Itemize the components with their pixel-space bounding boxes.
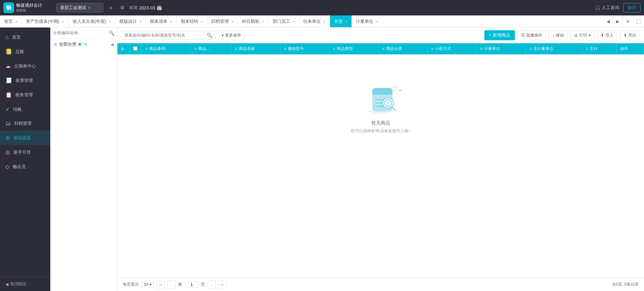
sidebar-label-8: 新手引导 [13,149,31,155]
sidebar-item-畅会员[interactable]: ◇畅会员 [0,159,50,174]
th-price-method-label: 计价方式 [435,46,451,52]
sidebar-item-结账[interactable]: ✓结账 [0,102,50,116]
category-search-input[interactable] [53,31,109,35]
collapse-panel-icon[interactable]: ◀ [110,42,114,47]
tab-close-all-button[interactable]: ✕ [623,15,633,27]
select-all-checkbox[interactable] [133,46,138,51]
product-search-icon[interactable]: 🔍 [207,33,212,38]
tab-item-2[interactable]: 收入支出表(年报)× [69,15,115,27]
page-number-input[interactable] [185,281,198,288]
tab-item-7[interactable]: 科目期初× [238,15,268,27]
sidebar-item-发票管理[interactable]: 🧾发票管理 [0,73,50,88]
tab-scroll-right-button[interactable]: ▶ [613,15,623,27]
settings-gear-icon[interactable]: ⚙ [118,4,126,11]
sidebar-item-云报表中心[interactable]: ☁云报表中心 [0,59,50,73]
sidebar-item-基础设置[interactable]: ⚙基础设置 [0,131,50,145]
tab-item-9[interactable]: 往来单位× [299,15,330,27]
tab-item-0[interactable]: 首页× [0,15,22,27]
prev-page-button[interactable]: ‹ [167,281,175,289]
tab-item-1[interactable]: 资产负债表(中期)× [22,15,68,27]
page-label: 第 [178,282,182,287]
add-product-button[interactable]: + 新增商品 [484,30,515,40]
sidebar-item-归档管理[interactable]: 🗂归档管理 [0,116,50,131]
per-page-select[interactable]: 50 ▾ [142,281,154,288]
tab-close-0[interactable]: × [15,19,17,23]
tab-close-4[interactable]: × [170,19,172,23]
th-main-unit[interactable]: ⇅主计量单位 [526,43,582,54]
print-button[interactable]: 🖨 打印 ▾ [570,31,594,40]
th-checkbox[interactable] [129,43,142,54]
export-icon: ⬇ [624,33,627,38]
tab-item-11[interactable]: 计量单位× [352,15,382,27]
th-name[interactable]: ⇅商品名称 [231,43,280,54]
next-page-button[interactable]: › [208,281,216,289]
tab-item-3[interactable]: 模版设计× [115,15,146,27]
th-name-label: 商品名称 [239,46,255,52]
th-main-calc-label: 主计 [590,46,598,52]
th-spec[interactable]: ⇅规格型号 [280,43,329,54]
customer-service-button[interactable]: 🎧 人工咨询 [595,5,619,11]
tab-close-3[interactable]: × [140,19,142,23]
sidebar-label-0: 首页 [12,34,21,40]
sidebar-item-新手引导[interactable]: ◎新手引导 [0,145,50,159]
tab-close-10[interactable]: × [345,19,347,23]
th-unit[interactable]: ⇅计量单位 [477,43,526,54]
tab-close-6[interactable]: × [231,19,233,23]
th-barcode[interactable]: ⇅商品条码 [142,43,191,54]
tab-item-10[interactable]: 存货× [330,15,352,27]
add-tab-button[interactable]: ＋ [106,3,116,12]
category-search-icon[interactable]: 🔍 [109,30,114,36]
tab-close-8[interactable]: × [293,19,295,23]
tab-item-4[interactable]: 税表清单× [146,15,176,27]
export-button[interactable]: ⬇ 导出 [620,31,640,40]
tab-item-5[interactable]: 期末结转× [177,15,207,27]
th-code[interactable]: ⇅商品... [191,43,231,54]
sidebar-label-2: 云报表中心 [14,63,36,69]
th-settings[interactable]: ⚙ [117,43,129,54]
first-page-button[interactable]: ⏮ [157,281,165,289]
grid-icon: ⊞ [54,42,57,47]
sidebar-item-总账[interactable]: 📒总账 [0,44,50,59]
tab-label-7: 科目期初 [242,18,259,25]
print-label: 打印 [579,33,587,38]
th-main-calc[interactable]: ⇅主计 [582,43,616,54]
sidebar-icon-2: ☁ [5,63,11,69]
table-header: ⚙ ⇅商品条码 ⇅商品... ⇅商品名称 [117,43,644,54]
sort-icon: ⇅ [480,47,483,51]
tab-label-0: 首页 [4,18,13,25]
active-indicator [78,43,81,46]
import-button[interactable]: ⬆ 导入 [597,31,617,40]
toolbar: 🔍 ▾ 更多条件 + 新增商品 ☰ 批量操作 ↕ 移动 [117,28,644,43]
sidebar-item-首页[interactable]: ⌂首页 [0,30,50,44]
tab-item-8[interactable]: 部门员工× [269,15,299,27]
more-filter-button[interactable]: ▾ 更多条件 [218,31,245,40]
tab-close-5[interactable]: × [201,19,203,23]
account-button[interactable]: 会计 [623,3,641,12]
edit-category-icon[interactable]: ✎ [84,42,88,47]
sidebar-icon-8: ◎ [5,149,10,155]
batch-operation-button[interactable]: ☰ 批量操作 [518,31,546,40]
category-all-item[interactable]: ⊞ 全部分类 ✎ ◀ [50,39,117,50]
tab-item-6[interactable]: 归档管理× [207,15,238,27]
tab-close-1[interactable]: × [62,19,64,23]
tab-close-7[interactable]: × [262,19,264,23]
tab-scroll-left-button[interactable]: ◀ [604,15,613,27]
sidebar-icon-0: ⌂ [5,34,9,40]
move-button[interactable]: ↕ 移动 [549,31,568,40]
company-name: 基层工会测试 [60,5,86,11]
tab-close-11[interactable]: × [376,19,378,23]
company-selector[interactable]: 基层工会测试 ▾ [56,3,103,12]
sort-icon: ⇅ [333,47,335,51]
tab-close-9[interactable]: × [323,19,325,23]
tab-expand-button[interactable]: ⛶ [633,15,644,27]
tab-close-2[interactable]: × [109,19,111,23]
sidebar-item-税务管理[interactable]: 📋税务管理 [0,88,50,102]
th-type[interactable]: ⇅商品类型 [329,43,378,54]
product-table-container[interactable]: ⚙ ⇅商品条码 ⇅商品... ⇅商品名称 [117,43,644,278]
th-price-method[interactable]: ⇅计价方式 [428,43,477,54]
product-search-input[interactable] [124,33,205,38]
cancel-fixed-button[interactable]: ◀ 取消固定 [0,277,50,291]
calendar-icon[interactable]: 📅 [157,5,162,10]
last-page-button[interactable]: ⏭ [218,281,226,289]
th-category[interactable]: ⇅商品分类 [378,43,427,54]
